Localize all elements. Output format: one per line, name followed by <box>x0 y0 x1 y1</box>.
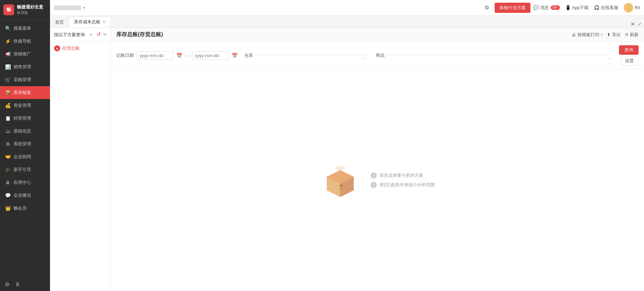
filter-item-inventory[interactable]: ● 存货总账 <box>50 42 110 55</box>
calendar-start-icon[interactable]: 📅 <box>176 53 182 58</box>
warehouse-more-icon[interactable]: ··· <box>361 55 368 61</box>
industry-btn[interactable]: 体验行业方案 <box>495 3 530 13</box>
audio-bottom-icon[interactable]: ⏸ <box>15 282 20 288</box>
goods-label: 商品 <box>376 52 385 58</box>
topbar: ▾ ⚙ 体验行业方案 💬 消息 99+ 📱 App下载 🎧 在线客服 Rit <box>50 0 644 16</box>
nav-label-enterprise: 企业协同 <box>14 154 31 160</box>
tab-home-label: 首页 <box>55 19 64 25</box>
sidebar-item-enterprise[interactable]: 🤝 企业协同 <box>0 150 50 163</box>
filter-refresh-icon[interactable]: ↺ <box>96 31 101 38</box>
filter-collapse-icon[interactable]: « <box>103 31 106 38</box>
page-header-actions: 🖨 按模板打印 ▾ ⬆ 导出 ↺ 刷新 <box>572 32 639 38</box>
nav-label-wechat: 企业微信 <box>14 192 31 198</box>
breadcrumb-arrow-icon: ▾ <box>83 5 85 10</box>
step-2-circle: 2 <box>371 182 377 188</box>
calendar-end-icon[interactable]: 📅 <box>232 53 238 58</box>
message-label: 消息 <box>540 5 549 11</box>
app-logo-text: 畅捷通好生意 标准版 <box>17 4 43 16</box>
print-btn[interactable]: 🖨 按模板打印 ▾ <box>572 32 603 38</box>
export-icon: ⬆ <box>607 32 611 37</box>
filter-item-label: 存货总账 <box>62 45 80 51</box>
nav-icon-search: 🔍 <box>5 25 11 31</box>
tab-inventory-ledger[interactable]: 库存成本总账 ✕ <box>69 17 111 27</box>
print-label: 按模板打印 <box>577 32 599 38</box>
close-panel-icon[interactable]: ✕ <box>630 21 635 27</box>
filter-item-dot-icon: ● <box>54 45 60 51</box>
query-bar: 记账日期 📅 — 📅 仓库 ··· 商品 ··· 查询 设置 <box>111 42 644 69</box>
app-version: 标准版 <box>17 10 43 15</box>
sidebar-item-guide[interactable]: 🎓 新手引导 <box>0 163 50 176</box>
date-start-input[interactable] <box>137 51 174 60</box>
nav-label-guide: 新手引导 <box>14 167 31 173</box>
filter-header-icons: ＋ ↺ « <box>88 31 106 38</box>
step-1-circle: 1 <box>371 172 377 178</box>
refresh-btn[interactable]: ↺ 刷新 <box>625 32 639 38</box>
nav-icon-wechat: 💬 <box>5 192 11 198</box>
nav-icon-member: 👑 <box>5 205 11 211</box>
filter-panel-header: 按以下方案查询 ＋ ↺ « <box>50 28 110 42</box>
nav-label-search: 搜索菜单 <box>14 25 31 31</box>
date-end-input[interactable] <box>192 51 229 60</box>
refresh-label: 刷新 <box>630 32 639 38</box>
sidebar-item-sales[interactable]: 📊 销售管理 <box>0 60 50 73</box>
nav-label-shortcut: 快捷导航 <box>14 38 31 44</box>
sidebar-item-wechat[interactable]: 💬 企业微信 <box>0 189 50 202</box>
nav-icon-basic: 🗂 <box>5 128 11 134</box>
export-btn[interactable]: ⬆ 导出 <box>607 32 621 38</box>
page-header: 库存总账(存货总账) 🖨 按模板打印 ▾ ⬆ 导出 ↺ 刷新 <box>111 28 644 42</box>
breadcrumb: ▾ <box>54 5 485 10</box>
user-info[interactable]: Rit <box>624 3 640 13</box>
nav-icon-system: ⚙ <box>5 141 11 147</box>
sidebar-logo: 畅 畅捷通好生意 标准版 <box>0 0 50 20</box>
export-label: 导出 <box>612 32 621 38</box>
tab-home[interactable]: 首页 <box>50 17 69 27</box>
filter-add-icon[interactable]: ＋ <box>88 31 94 38</box>
empty-state: ? 1 请先选择要分析的方案 2 用[过滤]条件来缩小分析范围 <box>111 69 644 291</box>
nav-label-app_center: 应用中心 <box>14 179 31 186</box>
nav-label-sales: 销售管理 <box>14 64 31 70</box>
empty-text: 1 请先选择要分析的方案 2 用[过滤]条件来缩小分析范围 <box>371 172 435 188</box>
sidebar-nav: 🔍 搜索菜单 ⚡ 快捷导航 📢 营销推广 📊 销售管理 🛒 采购管理 📦 库存核… <box>0 20 50 277</box>
goods-more-icon[interactable]: ··· <box>605 55 612 61</box>
sidebar-item-inventory[interactable]: 📦 库存核算 <box>0 86 50 99</box>
sidebar-item-search[interactable]: 🔍 搜索菜单 <box>0 22 50 35</box>
online-service-btn[interactable]: 🎧 在线客服 <box>594 5 618 11</box>
hint1-text: 请先选择要分析的方案 <box>379 172 423 178</box>
panel-controls: ✕ ⤢ <box>630 21 641 27</box>
sidebar-item-purchase[interactable]: 🛒 采购管理 <box>0 73 50 86</box>
date-label: 记账日期 <box>116 52 134 58</box>
sidebar-item-basic[interactable]: 🗂 基础信息 <box>0 125 50 138</box>
print-icon: 🖨 <box>572 32 576 37</box>
topbar-settings-icon[interactable]: ⚙ <box>485 4 489 11</box>
sidebar-item-finance[interactable]: 💰 资金管理 <box>0 99 50 112</box>
sidebar-bottom: ⚙ ⏸ <box>0 277 50 291</box>
filter-header-label: 按以下方案查询 <box>54 32 85 38</box>
online-service-label: 在线客服 <box>601 5 618 11</box>
right-content: 库存总账(存货总账) 🖨 按模板打印 ▾ ⬆ 导出 ↺ 刷新 <box>111 28 644 291</box>
avatar <box>624 3 633 13</box>
query-btn[interactable]: 查询 <box>619 45 639 55</box>
nav-icon-operation: 📋 <box>5 115 11 121</box>
expand-panel-icon[interactable]: ⤢ <box>638 22 641 27</box>
sidebar-item-member[interactable]: 👑 畅会员 <box>0 202 50 215</box>
settings-btn[interactable]: 设置 <box>620 56 639 66</box>
sidebar-item-shortcut[interactable]: ⚡ 快捷导航 <box>0 35 50 48</box>
sidebar-item-app_center[interactable]: 🖥 应用中心 <box>0 176 50 189</box>
page-area: 按以下方案查询 ＋ ↺ « ● 存货总账 库存总账(存货总账) 🖨 <box>50 28 644 291</box>
user-name: Rit <box>635 5 640 10</box>
date-separator: — <box>185 53 189 58</box>
sidebar-item-marketing[interactable]: 📢 营销推广 <box>0 48 50 60</box>
topbar-right: 💬 消息 99+ 📱 App下载 🎧 在线客服 Rit <box>533 3 640 13</box>
app-download-btn[interactable]: 📱 App下载 <box>565 5 589 11</box>
nav-icon-app_center: 🖥 <box>5 179 11 186</box>
nav-label-purchase: 采购管理 <box>14 77 31 83</box>
nav-icon-sales: 📊 <box>5 64 11 70</box>
sidebar-item-system[interactable]: ⚙ 系统管理 <box>0 138 50 150</box>
nav-label-system: 系统管理 <box>14 141 31 147</box>
nav-label-basic: 基础信息 <box>14 128 31 134</box>
tab-close-icon[interactable]: ✕ <box>102 20 106 24</box>
settings-bottom-icon[interactable]: ⚙ <box>5 281 9 288</box>
sidebar-item-operation[interactable]: 📋 经营管理 <box>0 112 50 125</box>
message-btn[interactable]: 💬 消息 99+ <box>533 5 560 11</box>
warehouse-label: 仓库 <box>244 52 253 58</box>
